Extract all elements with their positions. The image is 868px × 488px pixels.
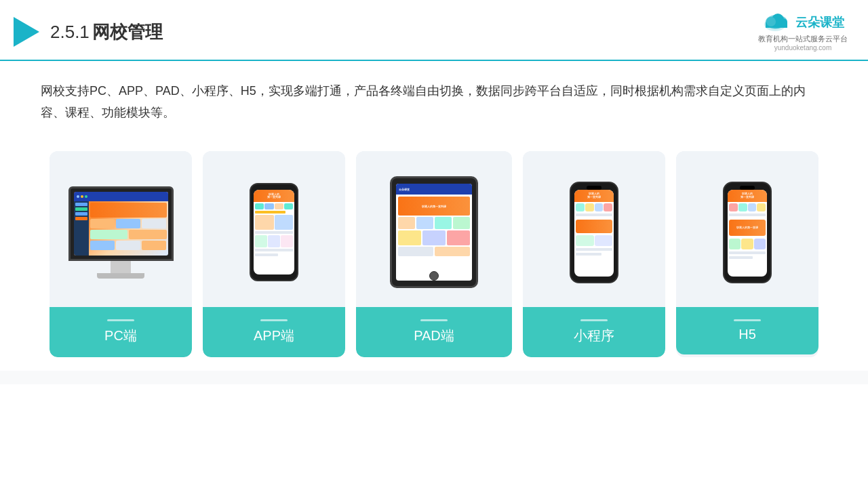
miniapp-mockup: 职透人的第一堂判课 [570, 182, 618, 283]
brand-url: yunduoketang.com [774, 44, 832, 52]
bottom-bar [0, 371, 868, 384]
card-pc: PC端 [50, 151, 192, 357]
card-app-label: APP端 [203, 307, 345, 357]
card-pc-label: PC端 [50, 307, 192, 357]
cloud-icon [762, 12, 791, 33]
card-h5-label: H5 [676, 307, 818, 354]
card-miniapp: 职透人的第一堂判课 [523, 151, 665, 357]
pad-mockup: 云朵课堂 职透人的第一堂判课 [390, 176, 478, 288]
brand-logo: 云朵课堂 [762, 12, 844, 33]
card-pc-image [50, 151, 192, 307]
description-text: 网校支持PC、APP、PAD、小程序、H5，实现多端打通，产品各终端自由切换，数… [0, 61, 868, 131]
logo-triangle-icon [14, 17, 39, 47]
svg-point-7 [766, 17, 776, 26]
card-pad-label: PAD端 [356, 307, 512, 357]
brand-tagline: 教育机构一站式服务云平台 [758, 34, 848, 44]
brand-logo-area: 云朵课堂 教育机构一站式服务云平台 yunduoketang.com [758, 12, 848, 52]
card-app-image: 职透人的第一堂判课 [203, 151, 345, 307]
platform-cards: PC端 职透人的第一堂判课 [0, 131, 868, 371]
pc-mockup [68, 186, 174, 279]
card-miniapp-label: 小程序 [523, 307, 665, 357]
brand-name-text: 云朵课堂 [795, 14, 844, 30]
page-header: 2.5.1网校管理 云朵课堂 教育机构一站式服务云平台 yunduoketang… [0, 0, 868, 61]
card-h5: 职透人的第一堂判课 职透人的第一堂课 [676, 151, 818, 357]
card-pad-image: 云朵课堂 职透人的第一堂判课 [356, 151, 512, 307]
card-pad: 云朵课堂 职透人的第一堂判课 [356, 151, 512, 357]
card-miniapp-image: 职透人的第一堂判课 [523, 151, 665, 307]
card-app: 职透人的第一堂判课 [203, 151, 345, 357]
card-h5-image: 职透人的第一堂判课 职透人的第一堂课 [676, 151, 818, 307]
header-left: 2.5.1网校管理 [14, 17, 163, 47]
page-title: 2.5.1网校管理 [50, 20, 163, 44]
app-mockup: 职透人的第一堂判课 [250, 183, 298, 281]
h5-mockup: 职透人的第一堂判课 职透人的第一堂课 [723, 182, 772, 283]
